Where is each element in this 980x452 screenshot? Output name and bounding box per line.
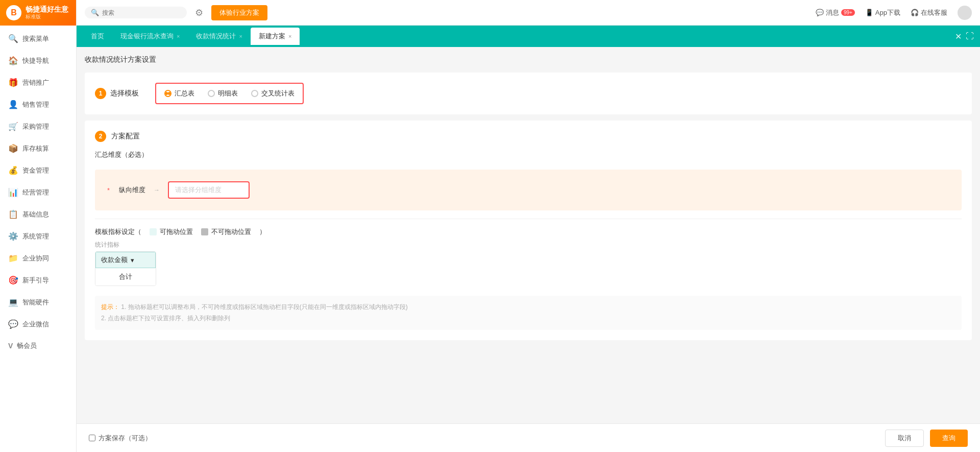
main-area: 🔍 ⚙ 体验行业方案 💬 消息 99+ 📱 App下载 🎧 在线客服 首页 xyxy=(77,0,980,452)
step2-card: 2 方案配置 汇总维度（必选） * 纵向维度 → 请选择分组维度 xyxy=(85,121,972,340)
step1-number: 1 xyxy=(95,88,106,99)
radio-summary-circle xyxy=(164,90,172,97)
tabbar: 首页 现金银行流水查询 × 收款情况统计 × 新建方案 × ✕ ⛶ xyxy=(77,26,980,47)
topbar: 🔍 ⚙ 体验行业方案 💬 消息 99+ 📱 App下载 🎧 在线客服 xyxy=(77,0,980,26)
divider xyxy=(95,219,962,219)
required-mark: * xyxy=(107,186,110,194)
sidebar-item-marketing-label: 营销推广 xyxy=(22,78,49,87)
tabbar-actions: ✕ ⛶ xyxy=(955,32,974,41)
sidebar-item-newbie[interactable]: 🎯 新手引导 xyxy=(0,269,76,291)
sidebar-item-capital-label: 资金管理 xyxy=(22,166,49,175)
settings-icon[interactable]: ⚙ xyxy=(195,7,203,18)
tab-new-plan-close[interactable]: × xyxy=(288,33,291,39)
metrics-label: 模板指标设定（ xyxy=(95,227,141,236)
sidebar-item-hardware[interactable]: 💻 智能硬件 xyxy=(0,291,76,313)
dimension-area: * 纵向维度 → 请选择分组维度 xyxy=(95,170,962,210)
save-label: 方案保存（可选） xyxy=(99,434,152,443)
tab-new-plan[interactable]: 新建方案 × xyxy=(251,28,300,45)
radio-summary[interactable]: 汇总表 xyxy=(164,89,194,98)
sidebar-item-member-label: 畅会员 xyxy=(17,341,37,350)
download-icon: 📱 xyxy=(865,9,873,16)
step2-label: 方案配置 xyxy=(111,132,140,141)
metric-tag-name: 收款金额 xyxy=(101,255,128,265)
tip-1: 提示： 1. 拖动标题栏可以调整布局，不可跨维度或指标区域拖动栏目字段(只能在同… xyxy=(101,302,955,313)
radio-cross[interactable]: 交叉统计表 xyxy=(251,89,295,98)
sidebar-item-wechat-label: 企业微信 xyxy=(22,320,49,329)
tab-home[interactable]: 首页 xyxy=(83,28,112,45)
footer: 方案保存（可选） 取消 查询 xyxy=(77,423,980,452)
query-button[interactable]: 查询 xyxy=(930,430,968,447)
drag-label: 可拖动位置 xyxy=(160,227,193,236)
chart-icon: 📊 xyxy=(8,187,18,197)
dimension-select[interactable]: 请选择分组维度 xyxy=(168,181,250,199)
tip-2: 2. 点击标题栏下拉可设置排序、插入列和删除列 xyxy=(101,313,955,324)
vip-icon: V xyxy=(8,342,13,350)
sidebar-item-inventory[interactable]: 📦 库存核算 xyxy=(0,137,76,159)
sidebar-item-purchase[interactable]: 🛒 采购管理 xyxy=(0,115,76,137)
metric-tag-header[interactable]: 收款金额 ▾ xyxy=(95,252,156,268)
headset-icon: 🎧 xyxy=(911,9,919,16)
tab-collection-label: 收款情况统计 xyxy=(196,32,236,41)
sidebar-item-sales[interactable]: 👤 销售管理 xyxy=(0,93,76,115)
logo-text-group: 畅捷通好生意 标准版 xyxy=(26,5,68,21)
tab-collection[interactable]: 收款情况统计 × xyxy=(188,28,250,45)
search-box: 🔍 xyxy=(85,7,187,18)
sidebar-item-search[interactable]: 🔍 搜索菜单 xyxy=(0,28,76,50)
step1-card: 1 选择模板 汇总表 明细表 交叉统计表 xyxy=(85,73,972,114)
sidebar-item-enterprise-label: 企业协同 xyxy=(22,254,49,263)
radio-detail[interactable]: 明细表 xyxy=(208,89,238,98)
industry-btn[interactable]: 体验行业方案 xyxy=(211,5,267,20)
sidebar-item-quick-nav[interactable]: 🏠 快捷导航 xyxy=(0,50,76,72)
sidebar-item-marketing[interactable]: 🎁 营销推广 xyxy=(0,72,76,93)
sidebar-item-wechat[interactable]: 💬 企业微信 xyxy=(0,313,76,335)
message-badge: 99+ xyxy=(841,9,855,16)
search-input[interactable] xyxy=(102,9,174,16)
footer-actions: 取消 查询 xyxy=(885,430,968,447)
metric-dropdown-icon: ▾ xyxy=(131,256,134,264)
tab-cash-flow[interactable]: 现金银行流水查询 × xyxy=(112,28,188,45)
sidebar-item-hardware-label: 智能硬件 xyxy=(22,298,49,307)
sidebar-item-enterprise[interactable]: 📁 企业协同 xyxy=(0,247,76,269)
service-btn[interactable]: 🎧 在线客服 xyxy=(911,8,947,17)
metrics-title-row: 模板指标设定（ 可拖动位置 不可拖动位置 ） xyxy=(95,227,962,236)
step2-header: 2 方案配置 xyxy=(95,131,962,142)
download-btn[interactable]: 📱 App下载 xyxy=(865,8,900,17)
radio-detail-label: 明细表 xyxy=(218,89,238,98)
logo-icon: B xyxy=(6,5,21,20)
sidebar-nav: 🔍 搜索菜单 🏠 快捷导航 🎁 营销推广 👤 销售管理 🛒 采购管理 📦 库存核… xyxy=(0,26,76,452)
vertical-dim-label: 纵向维度 xyxy=(119,185,145,195)
metric-table: 统计指标 收款金额 ▾ 合计 xyxy=(95,241,962,288)
window-expand-icon[interactable]: ⛶ xyxy=(966,32,974,41)
logo-area: B 畅捷通好生意 标准版 xyxy=(0,0,76,26)
radio-summary-label: 汇总表 xyxy=(175,89,194,98)
tab-new-plan-label: 新建方案 xyxy=(259,32,285,41)
metric-total: 合计 xyxy=(95,268,156,286)
tab-cash-flow-label: 现金银行流水查询 xyxy=(120,32,174,41)
target-icon: 🎯 xyxy=(8,275,18,285)
tab-home-label: 首页 xyxy=(91,32,104,41)
sidebar-item-inventory-label: 库存核算 xyxy=(22,144,49,153)
tab-cash-flow-close[interactable]: × xyxy=(177,33,180,39)
sidebar-item-system[interactable]: ⚙️ 系统管理 xyxy=(0,225,76,247)
cancel-button[interactable]: 取消 xyxy=(885,430,924,447)
window-close-icon[interactable]: ✕ xyxy=(955,32,962,41)
metrics-end: ） xyxy=(259,227,266,236)
footer-save-option: 方案保存（可选） xyxy=(89,434,152,443)
tab-collection-close[interactable]: × xyxy=(239,33,242,39)
no-drag-label: 不可拖动位置 xyxy=(211,227,251,236)
sidebar-item-system-label: 系统管理 xyxy=(22,232,49,241)
sidebar-item-capital[interactable]: 💰 资金管理 xyxy=(0,159,76,181)
sidebar-item-operation-label: 经营管理 xyxy=(22,188,49,197)
radio-cross-label: 交叉统计表 xyxy=(261,89,295,98)
content-area: 收款情况统计方案设置 1 选择模板 汇总表 明细表 xyxy=(77,47,980,452)
message-btn[interactable]: 💬 消息 99+ xyxy=(816,8,855,17)
sidebar-item-operation[interactable]: 📊 经营管理 xyxy=(0,181,76,203)
no-drag-hint: 不可拖动位置 xyxy=(201,227,251,236)
sidebar-item-basic[interactable]: 📋 基础信息 xyxy=(0,203,76,225)
save-checkbox[interactable] xyxy=(89,435,95,441)
folder-icon: 📁 xyxy=(8,253,18,263)
sidebar-item-purchase-label: 采购管理 xyxy=(22,122,49,131)
sidebar-item-member[interactable]: V 畅会员 xyxy=(0,335,76,356)
user-avatar[interactable] xyxy=(958,6,972,20)
sidebar-item-basic-label: 基础信息 xyxy=(22,210,49,219)
